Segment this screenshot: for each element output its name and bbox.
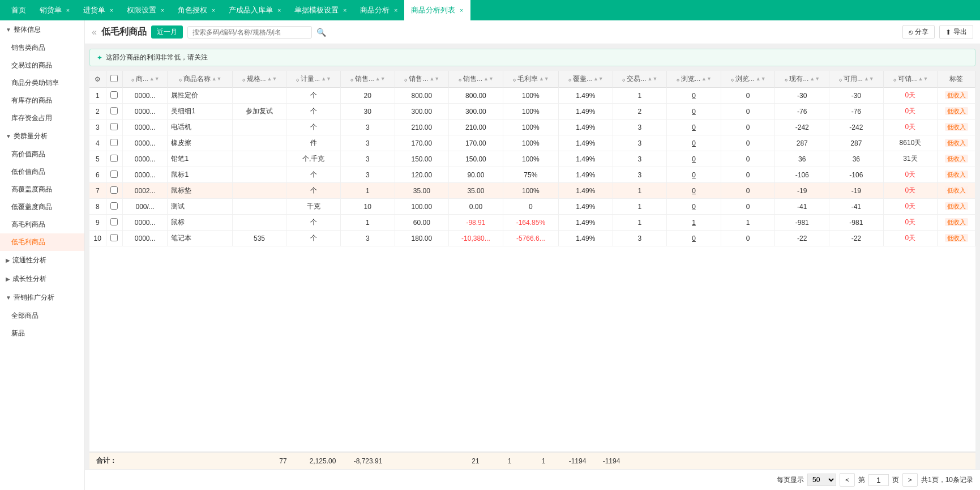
nav-sales-close[interactable]: ×: [66, 7, 70, 14]
row-browse1[interactable]: 0: [667, 104, 721, 120]
nav-products[interactable]: 产成品入库单 ×: [222, 0, 288, 20]
nav-roles-close[interactable]: ×: [212, 7, 215, 14]
sidebar-item-high-margin[interactable]: 高毛利商品: [0, 216, 84, 233]
col-gross-rate-arrows[interactable]: ▲▼: [539, 76, 549, 82]
row-checkbox[interactable]: [106, 167, 122, 183]
row-select-checkbox[interactable]: [110, 218, 118, 225]
row-select-checkbox[interactable]: [110, 202, 118, 210]
sidebar-item-low-margin[interactable]: 低毛利商品: [0, 233, 84, 251]
col-unit[interactable]: ⬦计量...▲▼: [286, 71, 341, 88]
nav-purchase-close[interactable]: ×: [110, 7, 113, 14]
col-code[interactable]: ⬦商...▲▼: [122, 71, 168, 88]
nav-permissions[interactable]: 权限设置 ×: [120, 0, 171, 20]
row-select-checkbox[interactable]: [110, 234, 118, 241]
nav-analysis-list-close[interactable]: ×: [460, 7, 463, 14]
col-spec-arrows[interactable]: ▲▼: [267, 76, 277, 82]
col-unit-arrows[interactable]: ▲▼: [321, 76, 331, 82]
sidebar-item-stock-goods[interactable]: 有库存的商品: [0, 92, 84, 109]
sidebar-item-stock-capital[interactable]: 库存资金占用: [0, 109, 84, 127]
col-code-arrows[interactable]: ▲▼: [149, 76, 160, 82]
col-browse1-arrows[interactable]: ▲▼: [701, 76, 712, 82]
sidebar-item-low-coverage[interactable]: 低覆盖度商品: [0, 198, 84, 216]
sidebar-collapse-btn[interactable]: «: [92, 27, 97, 37]
row-checkbox[interactable]: [106, 135, 122, 151]
col-available[interactable]: ⬦可用...▲▼: [829, 71, 884, 88]
col-browse1[interactable]: ⬦浏览...▲▼: [667, 71, 721, 88]
row-browse1[interactable]: 0: [667, 183, 721, 199]
row-checkbox[interactable]: [106, 183, 122, 199]
col-cover-rate-arrows[interactable]: ▲▼: [593, 76, 604, 82]
col-saleable-arrows[interactable]: ▲▼: [918, 76, 928, 82]
row-browse1[interactable]: 0: [667, 231, 721, 246]
nav-analysis-list[interactable]: 商品分析列表 ×: [404, 0, 470, 20]
row-browse1[interactable]: 0: [667, 151, 721, 167]
row-checkbox[interactable]: [106, 120, 122, 135]
row-checkbox[interactable]: [106, 215, 122, 231]
sidebar-group-overall[interactable]: ▼ 整体信息: [0, 20, 84, 39]
col-sale-amount[interactable]: ⬦销售...▲▼: [449, 71, 503, 88]
nav-home[interactable]: 首页: [5, 0, 33, 20]
table-wrapper[interactable]: ⚙ ⬦商...▲▼ ⬦商品名称▲▼ ⬦规格...▲▼ ⬦计量...▲▼ ⬦销售.…: [89, 71, 975, 451]
col-tag[interactable]: 标签: [938, 71, 975, 88]
row-browse1[interactable]: 0: [667, 88, 721, 104]
share-btn[interactable]: ⎋ 分享: [902, 25, 935, 39]
col-name-arrows[interactable]: ▲▼: [212, 76, 222, 82]
sidebar-item-sales-goods[interactable]: 销售类商品: [0, 39, 84, 57]
nav-permissions-close[interactable]: ×: [161, 7, 164, 14]
col-sale-count-arrows[interactable]: ▲▼: [375, 76, 386, 82]
col-browse2[interactable]: ⬦浏览...▲▼: [721, 71, 775, 88]
sidebar-item-category-assist[interactable]: 商品分类助销率: [0, 74, 84, 92]
col-checkbox-all[interactable]: [106, 71, 122, 88]
col-trade[interactable]: ⬦交易...▲▼: [613, 71, 667, 88]
row-browse1[interactable]: 0: [667, 199, 721, 215]
nav-roles[interactable]: 角色授权 ×: [171, 0, 222, 20]
row-checkbox[interactable]: [106, 88, 122, 104]
search-input[interactable]: [187, 26, 312, 39]
filter-recent-month-btn[interactable]: 近一月: [151, 25, 183, 39]
col-settings[interactable]: ⚙: [89, 71, 106, 88]
nav-analysis[interactable]: 商品分析 ×: [353, 0, 404, 20]
nav-templates[interactable]: 单据模板设置 ×: [288, 0, 353, 20]
export-btn[interactable]: ⬆ 导出: [939, 25, 973, 39]
sidebar-item-traded-goods[interactable]: 交易过的商品: [0, 57, 84, 74]
row-browse1[interactable]: 0: [667, 167, 721, 183]
search-icon-btn[interactable]: 🔍: [316, 28, 326, 37]
sidebar-item-high-value[interactable]: 高价值商品: [0, 146, 84, 163]
row-select-checkbox[interactable]: [110, 139, 118, 146]
nav-analysis-close[interactable]: ×: [394, 7, 397, 14]
row-select-checkbox[interactable]: [110, 155, 118, 162]
row-checkbox[interactable]: [106, 199, 122, 215]
next-page-btn[interactable]: ＞: [902, 473, 918, 487]
sidebar-item-high-coverage[interactable]: 高覆盖度商品: [0, 181, 84, 198]
col-sale-price[interactable]: ⬦销售...▲▼: [395, 71, 449, 88]
row-select-checkbox[interactable]: [110, 171, 118, 178]
nav-purchase[interactable]: 进货单 ×: [76, 0, 120, 20]
row-browse1[interactable]: 0: [667, 120, 721, 135]
row-browse1[interactable]: 1: [667, 215, 721, 231]
col-sale-count[interactable]: ⬦销售...▲▼: [340, 71, 395, 88]
settings-col-icon[interactable]: ⚙: [95, 75, 101, 83]
col-sale-amount-arrows[interactable]: ▲▼: [483, 76, 494, 82]
sidebar-item-new-goods[interactable]: 新品: [0, 325, 84, 342]
col-browse2-arrows[interactable]: ▲▼: [756, 76, 766, 82]
col-saleable[interactable]: ⬦可销...▲▼: [883, 71, 938, 88]
col-sale-price-arrows[interactable]: ▲▼: [429, 76, 439, 82]
nav-templates-close[interactable]: ×: [343, 7, 346, 14]
col-current-arrows[interactable]: ▲▼: [810, 76, 820, 82]
sidebar-item-all-goods[interactable]: 全部商品: [0, 307, 84, 325]
row-select-checkbox[interactable]: [110, 91, 118, 99]
col-available-arrows[interactable]: ▲▼: [864, 76, 874, 82]
row-select-checkbox[interactable]: [110, 186, 118, 194]
col-gross-rate[interactable]: ⬦毛利率▲▼: [503, 71, 558, 88]
col-current[interactable]: ⬦现有...▲▼: [775, 71, 829, 88]
nav-sales[interactable]: 销货单 ×: [33, 0, 76, 20]
row-checkbox[interactable]: [106, 104, 122, 120]
select-all-checkbox[interactable]: [110, 75, 118, 82]
row-checkbox[interactable]: [106, 151, 122, 167]
row-checkbox[interactable]: [106, 231, 122, 246]
sidebar-group-cluster[interactable]: ▼ 类群量分析: [0, 127, 84, 146]
nav-products-close[interactable]: ×: [277, 7, 281, 14]
sidebar-item-low-value[interactable]: 低价值商品: [0, 163, 84, 181]
col-trade-arrows[interactable]: ▲▼: [648, 76, 658, 82]
row-select-checkbox[interactable]: [110, 107, 118, 114]
